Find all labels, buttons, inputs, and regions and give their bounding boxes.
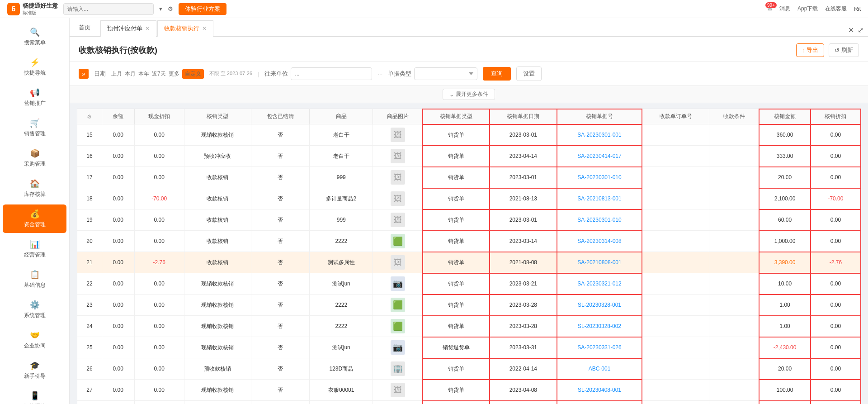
cell-verify-bill-no[interactable]: SA-20230414-017 bbox=[557, 146, 642, 167]
cell-cash-discount: 0.00 bbox=[134, 209, 184, 231]
cell-verify-bill-no[interactable]: SA-20230321-012 bbox=[557, 273, 642, 295]
tab-close-all-icon[interactable]: ✕ bbox=[848, 26, 854, 34]
expand-more-button[interactable]: ⌄ 展开更多条件 bbox=[443, 89, 495, 100]
sidebar-item-quick[interactable]: ⚡ 快捷导航 bbox=[3, 53, 66, 81]
cell-receipt-order-no bbox=[642, 401, 709, 404]
cell-verify-bill-no[interactable]: SL-20230328-002 bbox=[557, 316, 642, 337]
sidebar-item-inventory[interactable]: 🏠 库存核算 bbox=[3, 174, 66, 203]
cell-receipt-order-no bbox=[642, 231, 709, 252]
app-logo: 6 bbox=[7, 3, 20, 15]
tab-prepay-close[interactable]: ✕ bbox=[145, 25, 150, 32]
bill-no-link[interactable]: SA-20230301-010 bbox=[577, 174, 621, 181]
bill-no-link[interactable]: ABC-001 bbox=[589, 366, 611, 372]
cell-verify-type: 现销收款核销 bbox=[184, 273, 251, 295]
date-option-this-month[interactable]: 本月 bbox=[125, 70, 136, 78]
bill-no-link[interactable]: SA-20210808-001 bbox=[577, 259, 621, 266]
message-label[interactable]: 消息 bbox=[779, 5, 790, 13]
cell-verify-bill-no[interactable]: SA-20230301-010 bbox=[557, 209, 642, 231]
date-option-more[interactable]: 更多 bbox=[169, 70, 179, 78]
export-button[interactable]: ↑ 导出 bbox=[796, 43, 825, 57]
cell-verify-bill-no[interactable]: SA-20230301-001 bbox=[557, 124, 642, 146]
sidebar-item-search[interactable]: 🔍 搜索菜单 bbox=[3, 23, 66, 51]
cell-verify-bill-no[interactable]: SA-20210808-001 bbox=[557, 252, 642, 273]
cell-verify-amount: 333.00 bbox=[759, 146, 811, 167]
app-download-link[interactable]: App下载 bbox=[797, 5, 818, 13]
sidebar-item-hardware[interactable]: 📱 智能硬件 bbox=[3, 386, 66, 404]
bill-no-link[interactable]: SL-20230328-002 bbox=[578, 323, 621, 329]
refresh-button[interactable]: ↺ 刷新 bbox=[829, 43, 859, 57]
sidebar-item-system[interactable]: ⚙️ 系统管理 bbox=[3, 295, 66, 324]
cell-goods: 999 bbox=[310, 167, 373, 188]
sidebar-item-corp[interactable]: 🤝 企业协同 bbox=[3, 326, 66, 354]
online-service-link[interactable]: 在线客服 bbox=[825, 5, 847, 13]
filter-expand-button[interactable]: » bbox=[79, 69, 89, 79]
tab-receipt-verify-close[interactable]: ✕ bbox=[202, 25, 207, 32]
cell-goods: 测试多属性 bbox=[310, 252, 373, 273]
th-verify-type: 核销类型 bbox=[184, 109, 251, 124]
tab-expand-icon[interactable]: ⤢ bbox=[858, 26, 863, 34]
partner-input[interactable] bbox=[291, 67, 372, 80]
table-row: 17 0.00 0.00 收款核销 否 999 🖼 销货单 2023-03-01… bbox=[77, 167, 861, 188]
sidebar-item-sales[interactable]: 🛒 销售管理 bbox=[3, 114, 66, 142]
cell-verify-bill-type: 销货单 bbox=[423, 167, 490, 188]
sidebar-item-purchase[interactable]: 📦 采购管理 bbox=[3, 144, 66, 172]
date-custom-btn[interactable]: 自定义 bbox=[182, 69, 204, 79]
bill-no-link[interactable]: SA-20230414-017 bbox=[577, 153, 621, 159]
gear-icon[interactable]: ⚙ bbox=[87, 114, 92, 120]
cell-cash-discount: 0.00 bbox=[134, 358, 184, 380]
sidebar-item-newbie[interactable]: 🎓 新手引导 bbox=[3, 356, 66, 385]
th-cash-discount: 现金折扣 bbox=[134, 109, 184, 124]
tab-bar: 首页 预付冲应付单 ✕ 收款核销执行 ✕ ✕ ⤢ bbox=[70, 18, 868, 37]
table-row: 15 0.00 0.00 现销收款核销 否 老白干 🖼 销货单 2023-03-… bbox=[77, 124, 861, 146]
bill-no-link[interactable]: SA-20230321-012 bbox=[577, 280, 621, 287]
sidebar-item-operation[interactable]: 📊 经营管理 bbox=[3, 235, 66, 263]
bill-no-link[interactable]: SA-20210813-001 bbox=[577, 195, 621, 202]
bill-no-link[interactable]: SL-20230408-001 bbox=[578, 387, 621, 393]
bill-no-link[interactable]: SA-20230314-008 bbox=[577, 238, 621, 244]
cell-include-settled: 否 bbox=[251, 358, 310, 380]
cell-verify-discount: 0.00 bbox=[811, 316, 860, 337]
bill-no-link[interactable]: SL-20230328-001 bbox=[578, 302, 621, 308]
goods-image: 🖼 bbox=[391, 255, 405, 270]
cell-verify-bill-type: 销货单 bbox=[423, 380, 490, 401]
order-type-select[interactable] bbox=[414, 67, 477, 80]
cell-balance: 0.00 bbox=[102, 188, 134, 209]
sidebar-item-marketing[interactable]: 📢 营销推广 bbox=[3, 83, 66, 112]
dropdown-icon[interactable]: ▾ bbox=[159, 5, 162, 12]
bill-no-link[interactable]: SA-20230331-026 bbox=[577, 344, 621, 351]
cell-verify-bill-no[interactable]: ABC-001 bbox=[557, 358, 642, 380]
cell-verify-bill-no[interactable]: SL-20230328-001 bbox=[557, 295, 642, 316]
tab-receipt-verify[interactable]: 收款核销执行 ✕ bbox=[157, 20, 213, 37]
solution-button[interactable]: 体验行业方案 bbox=[179, 3, 226, 15]
tab-prepay[interactable]: 预付冲应付单 ✕ bbox=[100, 20, 156, 37]
search-button[interactable]: 查询 bbox=[483, 67, 511, 81]
top-search-input[interactable] bbox=[63, 3, 154, 15]
date-option-last-month[interactable]: 上月 bbox=[111, 70, 122, 78]
cell-verify-bill-no[interactable]: SL-20230408-001 bbox=[557, 380, 642, 401]
bill-no-link[interactable]: SA-20230301-001 bbox=[577, 132, 621, 138]
user-name[interactable]: Rit bbox=[854, 6, 861, 12]
cell-receipt-order-no bbox=[642, 380, 709, 401]
cell-no: 27 bbox=[77, 380, 102, 401]
cell-receipt-condition bbox=[709, 124, 759, 146]
cell-verify-bill-no[interactable]: SA-20210813-001 bbox=[557, 188, 642, 209]
cell-verify-bill-no[interactable]: SA-20230314-008 bbox=[557, 231, 642, 252]
cell-verify-bill-no[interactable]: SA-20230301-010 bbox=[557, 167, 642, 188]
setting-button[interactable]: 设置 bbox=[516, 67, 542, 81]
tab-home[interactable]: 首页 bbox=[70, 19, 99, 37]
cell-receipt-order-no bbox=[642, 337, 709, 358]
sidebar-item-finance[interactable]: 💰 资金管理 bbox=[3, 204, 66, 233]
cell-receipt-order-no bbox=[642, 124, 709, 146]
message-icon[interactable]: ✉ 99+ bbox=[768, 6, 772, 12]
date-option-this-year[interactable]: 本年 bbox=[138, 70, 149, 78]
cell-verify-bill-no[interactable]: SA-20230331-026 bbox=[557, 337, 642, 358]
goods-image: 🖼 bbox=[391, 170, 405, 185]
gear-icon[interactable]: ⚙ bbox=[168, 5, 173, 12]
cell-verify-type: 预收冲应收 bbox=[184, 146, 251, 167]
expand-more-row: ⌄ 展开更多条件 bbox=[70, 86, 868, 103]
date-option-7days[interactable]: 近7天 bbox=[152, 70, 166, 78]
sidebar-item-basic[interactable]: 📋 基础信息 bbox=[3, 265, 66, 294]
cell-verify-bill-no[interactable]: SL-20230418-001 bbox=[557, 401, 642, 404]
th-gear[interactable]: ⚙ bbox=[77, 109, 102, 124]
bill-no-link[interactable]: SA-20230301-010 bbox=[577, 217, 621, 223]
